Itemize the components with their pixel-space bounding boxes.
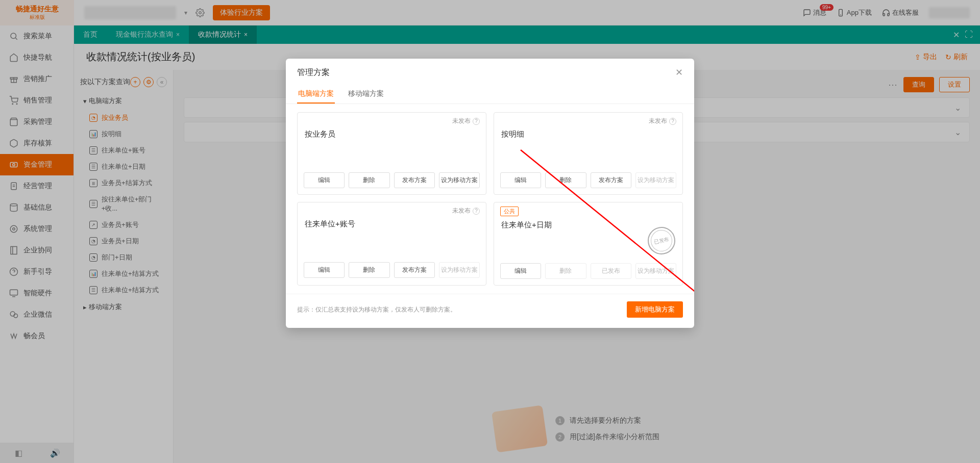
- modal-footer: 提示：仅汇总表支持设为移动方案，仅发布人可删除方案。 新增电脑方案: [286, 294, 694, 328]
- add-desktop-scheme-button[interactable]: 新增电脑方案: [627, 301, 683, 318]
- status-label: 未发布: [452, 117, 471, 125]
- delete-button[interactable]: 删除: [349, 172, 389, 188]
- edit-button[interactable]: 编辑: [304, 172, 345, 188]
- scheme-card: 未发布? 按明细 编辑 删除 发布方案 设为移动方案: [494, 112, 683, 195]
- card-status: 公共: [494, 202, 682, 218]
- modal-body: 未发布? 按业务员 编辑 删除 发布方案 设为移动方案 未发布? 按明细 编辑 …: [286, 104, 694, 294]
- delete-button: 删除: [545, 263, 586, 279]
- edit-button[interactable]: 编辑: [304, 262, 345, 278]
- modal-header: 管理方案 ✕: [286, 59, 694, 83]
- card-actions: 编辑 删除 发布方案 设为移动方案: [298, 257, 486, 284]
- publish-button[interactable]: 发布方案: [394, 172, 435, 188]
- status-label: 未发布: [649, 117, 667, 125]
- card-actions: 编辑 删除 已发布 设为移动方案: [494, 258, 682, 285]
- modal-tab-mobile[interactable]: 移动端方案: [347, 85, 385, 104]
- set-mobile-button: 设为移动方案: [635, 172, 676, 188]
- card-status: 未发布?: [494, 113, 682, 127]
- delete-button[interactable]: 删除: [545, 172, 586, 188]
- status-label: 未发布: [452, 207, 471, 215]
- card-status: 未发布?: [298, 202, 486, 217]
- manage-scheme-modal: 管理方案 ✕ 电脑端方案 移动端方案 未发布? 按业务员 编辑 删除 发布方案 …: [286, 59, 694, 328]
- set-mobile-button[interactable]: 设为移动方案: [439, 172, 480, 188]
- info-icon[interactable]: ?: [473, 208, 480, 215]
- card-status: 未发布?: [298, 113, 486, 127]
- info-icon[interactable]: ?: [669, 118, 676, 125]
- scheme-card: 未发布? 往来单位+账号 编辑 删除 发布方案 设为移动方案: [297, 202, 486, 286]
- edit-button[interactable]: 编辑: [500, 263, 541, 279]
- card-title: 往来单位+账号: [298, 217, 486, 257]
- public-tag: 公共: [500, 207, 519, 216]
- modal-close-icon[interactable]: ✕: [675, 67, 683, 78]
- edit-button[interactable]: 编辑: [500, 172, 541, 188]
- set-mobile-button: 设为移动方案: [635, 263, 676, 279]
- scheme-card: 未发布? 按业务员 编辑 删除 发布方案 设为移动方案: [297, 112, 486, 195]
- published-button: 已发布: [591, 263, 631, 279]
- modal-tabs: 电脑端方案 移动端方案: [286, 83, 694, 104]
- publish-button[interactable]: 发布方案: [591, 172, 631, 188]
- modal-tab-desktop[interactable]: 电脑端方案: [297, 85, 335, 104]
- modal-overlay: 管理方案 ✕ 电脑端方案 移动端方案 未发布? 按业务员 编辑 删除 发布方案 …: [0, 0, 980, 463]
- scheme-card: 公共 往来单位+日期 已发布 编辑 删除 已发布 设为移动方案: [494, 202, 683, 286]
- card-title: 按业务员: [298, 127, 486, 167]
- card-actions: 编辑 删除 发布方案 设为移动方案: [298, 167, 486, 194]
- modal-title: 管理方案: [297, 67, 330, 78]
- set-mobile-button: 设为移动方案: [439, 262, 480, 278]
- modal-hint: 提示：仅汇总表支持设为移动方案，仅发布人可删除方案。: [297, 305, 456, 314]
- card-actions: 编辑 删除 发布方案 设为移动方案: [494, 167, 682, 194]
- delete-button[interactable]: 删除: [349, 262, 389, 278]
- info-icon[interactable]: ?: [473, 118, 480, 125]
- card-title: 按明细: [494, 127, 682, 167]
- publish-button[interactable]: 发布方案: [394, 262, 435, 278]
